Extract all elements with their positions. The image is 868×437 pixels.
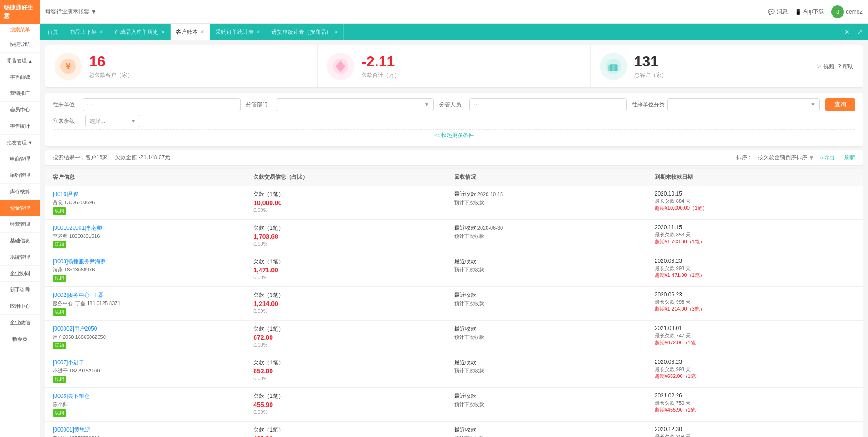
stat-overdue-customers-info: 16 总欠款客户（家） xyxy=(89,54,308,79)
sidebar-item-purchase[interactable]: 采购管理 xyxy=(0,167,40,184)
query-button[interactable]: 查询 xyxy=(825,98,855,111)
tab-product-off[interactable]: 商品上下架 ✕ xyxy=(64,24,109,40)
expire-detail-0: 最长欠款 884 天 xyxy=(655,198,855,205)
sidebar-item-marketing[interactable]: 营销推广 xyxy=(0,85,40,102)
sidebar-item-retail[interactable]: 零售管理 ▲ xyxy=(0,53,40,69)
unit-class-select[interactable]: ▼ xyxy=(667,98,820,111)
sidebar-nav: 快捷导航 零售管理 ▲ 零售商城 营销推广 会员中心 零售统计 批发管理 ▼ 电… xyxy=(0,36,40,437)
stat-card-actions: ▷ 视频 ? 帮助 xyxy=(817,63,853,70)
message-btn[interactable]: 💬 消息 xyxy=(768,8,788,15)
balance-select[interactable]: 选择... ▼ xyxy=(85,115,140,127)
tab-close-purchase-order[interactable]: ✕ xyxy=(256,30,260,35)
tab-close-customer-account[interactable]: ✕ xyxy=(201,30,204,35)
sidebar-item-ecommerce[interactable]: 电商管理 xyxy=(0,151,40,167)
customer-info-0: [0016]吕俊 吕俊 13026203696 现销 xyxy=(53,191,253,215)
avatar: d xyxy=(831,5,844,18)
svg-rect-7 xyxy=(615,65,618,71)
header-right: 💬 消息 📱 App下载 d demo2 xyxy=(768,5,863,18)
sidebar-item-app-center[interactable]: 应用中心 xyxy=(0,298,40,315)
table-row: [0001020001]李老师 李老师 18600391516 现销 欠款（1笔… xyxy=(45,220,863,253)
tab-expand-btn[interactable]: ⤢ xyxy=(855,26,864,37)
filter-collapse-btn[interactable]: ≪ 收起更多条件 xyxy=(53,129,855,141)
overdue-amount-number: -2.11 xyxy=(361,54,581,70)
dept-select[interactable]: ▼ xyxy=(276,98,434,111)
tab-close-product-history[interactable]: ✕ xyxy=(161,30,165,35)
customer-name-4[interactable]: [000002]用户2050 xyxy=(53,325,253,333)
sidebar-item-vip[interactable]: 畅会员 xyxy=(0,331,40,347)
tab-purchase-stat[interactable]: 进货单统计表（按商品） ✕ xyxy=(266,24,344,40)
app-download-btn[interactable]: 📱 App下载 xyxy=(795,8,824,15)
tab-customer-account[interactable]: 客户账本 ✕ xyxy=(171,24,210,40)
manager-label: 分管人员 xyxy=(439,101,467,109)
customer-name-0[interactable]: [0016]吕俊 xyxy=(53,191,253,198)
industry-selector[interactable]: 母婴行业演示账套 ▼ xyxy=(45,8,96,15)
sidebar-item-finance[interactable]: 资金管理 xyxy=(0,200,40,216)
filter-row-2: 往来余额 选择... ▼ xyxy=(53,115,855,127)
balance-label: 往来余额 xyxy=(53,117,80,125)
tab-product-history[interactable]: 产成品入库单历史 ✕ xyxy=(109,24,171,40)
stat-total-customers-info: 131 总客户（家） xyxy=(634,54,809,79)
sidebar-item-quick-nav[interactable]: 快捷导航 xyxy=(0,36,40,53)
sidebar-item-inventory[interactable]: 库存核算 xyxy=(0,184,40,200)
tab-bar: 首页 商品上下架 ✕ 产成品入库单历史 ✕ 客户账本 ✕ 采购订单统计表 ✕ 进… xyxy=(40,24,868,40)
sidebar-item-batch[interactable]: 批发管理 ▼ xyxy=(0,135,40,151)
manager-input[interactable]: ··· xyxy=(469,98,627,111)
tab-home[interactable]: 首页 xyxy=(42,24,64,40)
stat-overdue-customers: ¥ 16 总欠款客户（家） xyxy=(45,45,318,87)
tab-close-product-off[interactable]: ✕ xyxy=(100,30,103,35)
tab-bar-actions: ✕ ⤢ xyxy=(843,26,866,37)
filter-from-unit: 往来单位 ··· xyxy=(53,98,241,111)
unit-class-label: 往来单位分类 xyxy=(632,101,665,109)
sidebar-item-operations[interactable]: 经营管理 xyxy=(0,216,40,233)
sidebar-item-new-guide[interactable]: 新手引导 xyxy=(0,282,40,298)
help-btn[interactable]: ? 帮助 xyxy=(838,63,853,70)
svg-text:¥: ¥ xyxy=(66,62,70,71)
sidebar-item-retail-mall[interactable]: 零售商城 xyxy=(0,69,40,85)
customer-name-5[interactable]: [0007]小进干 xyxy=(53,359,253,367)
refresh-button[interactable]: ○ 刷新 xyxy=(840,154,855,161)
search-menu[interactable]: 搜索菜单 xyxy=(0,24,40,36)
expire-info-0: 2020.10.15 最长欠款 884 天 超期¥10,000.00（1笔） xyxy=(655,191,855,211)
debt-count-0: 欠款（1笔） xyxy=(253,191,454,198)
tab-close-purchase-stat[interactable]: ✕ xyxy=(334,30,338,35)
sidebar-item-members[interactable]: 会员中心 xyxy=(0,102,40,118)
sidebar-item-basic-info[interactable]: 基础信息 xyxy=(0,233,40,249)
customer-name-6[interactable]: [0006]去下粮仓 xyxy=(53,392,253,400)
overdue-amount-label: 欠款合计（万） xyxy=(361,71,581,79)
customer-contact-1: 李老师 18600391516 xyxy=(53,233,253,240)
header-left: 母婴行业演示账套 ▼ xyxy=(45,8,96,15)
building-icon xyxy=(600,53,627,80)
main-area: 母婴行业演示账套 ▼ 💬 消息 📱 App下载 d demo2 xyxy=(40,0,868,437)
results-count: 搜索结果中，客户16家 xyxy=(53,154,108,161)
debt-ratio-0: 0.00% xyxy=(253,207,454,213)
customer-name-3[interactable]: [0002]服务中心_丁磊 xyxy=(53,291,253,299)
customer-name-7[interactable]: [000001]黄思源 xyxy=(53,426,253,434)
table-row: [0007]小进干 小进干 18279152100 现销 欠款（1笔） 652.… xyxy=(45,354,863,388)
sidebar-item-system[interactable]: 系统管理 xyxy=(0,249,40,266)
sort-select[interactable]: 按欠款金额倒序排序 ▼ xyxy=(758,154,814,161)
customer-tag-1: 现销 xyxy=(53,241,66,248)
sidebar-item-wx-enterprise[interactable]: 企业微信 xyxy=(0,315,40,331)
sort-label: 排序： xyxy=(736,154,753,161)
sidebar-item-enterprise[interactable]: 企业协同 xyxy=(0,266,40,282)
overdue-link-0[interactable]: 超期¥10,000.00（1笔） xyxy=(655,205,707,211)
stat-overdue-amount: -2.11 欠款合计（万） xyxy=(318,45,590,87)
customer-name-1[interactable]: [0001020001]李老师 xyxy=(53,224,253,232)
svg-rect-6 xyxy=(608,65,612,71)
col-debt: 欠款交易信息（占比） xyxy=(253,173,454,181)
app-logo: 畅捷通好生意 xyxy=(0,0,40,24)
expire-date-0: 2020.10.15 xyxy=(655,191,855,197)
from-unit-input[interactable]: ··· xyxy=(83,98,241,111)
return-info-0: 最近收款 2020-10-15 预计下次收款 xyxy=(454,191,655,206)
debt-amount-0[interactable]: 10,000.00 xyxy=(253,199,454,206)
customer-name-2[interactable]: [0003]畅捷服务尹海燕 xyxy=(53,258,253,266)
tab-purchase-order[interactable]: 采购订单统计表 ✕ xyxy=(210,24,266,40)
export-button[interactable]: ○ 导出 xyxy=(820,154,835,161)
filter-manager: 分管人员 ··· xyxy=(439,98,627,111)
video-btn[interactable]: ▷ 视频 xyxy=(817,63,834,70)
return-next-0: 预计下次收款 xyxy=(454,199,655,206)
sidebar-item-retail-stats[interactable]: 零售统计 xyxy=(0,118,40,135)
filter-row-1: 往来单位 ··· 分管部门 ▼ 分管人员 xyxy=(53,98,855,111)
user-menu[interactable]: d demo2 xyxy=(831,5,863,18)
tab-close-all-btn[interactable]: ✕ xyxy=(843,26,852,37)
